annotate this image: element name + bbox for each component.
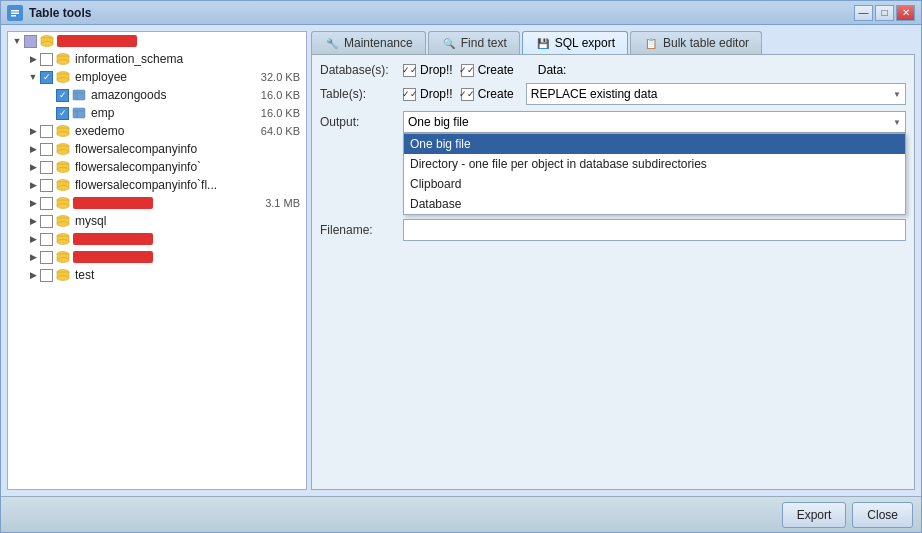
expander-emp bbox=[42, 106, 56, 120]
expander-redacted3[interactable]: ▶ bbox=[26, 232, 40, 246]
titlebar: Table tools — □ ✕ bbox=[1, 1, 921, 25]
tree-label-redacted4 bbox=[73, 251, 153, 263]
tree-item-info-schema[interactable]: ▶ information_schema bbox=[8, 50, 306, 68]
export-button[interactable]: Export bbox=[782, 502, 847, 528]
tree-item-flowersale1[interactable]: ▶ flowersalecompanyinfo bbox=[8, 140, 306, 158]
tbl-drop-checkbox[interactable]: ✓ bbox=[403, 88, 416, 101]
checkbox-flowersale1[interactable] bbox=[40, 143, 53, 156]
db-icon-info-schema bbox=[55, 51, 71, 67]
tab-maintenance-label: Maintenance bbox=[344, 36, 413, 50]
tab-sqlexport[interactable]: SQL export bbox=[522, 31, 628, 54]
tree-item-exedemo[interactable]: ▶ exedemo 64.0 KB bbox=[8, 122, 306, 140]
tbl-create-group: ✓ Create bbox=[461, 87, 514, 101]
db-drop-group: ✓ Drop!! bbox=[403, 63, 453, 77]
svg-rect-2 bbox=[11, 12, 19, 14]
tree-item-test[interactable]: ▶ test bbox=[8, 266, 306, 284]
svg-rect-13 bbox=[73, 90, 85, 100]
tree-item-flowersale3[interactable]: ▶ flowersalecompanyinfo`fl... bbox=[8, 176, 306, 194]
db-drop-label: Drop!! bbox=[420, 63, 453, 77]
checkbox-flowersale2[interactable] bbox=[40, 161, 53, 174]
tree-item-redacted4[interactable]: ▶ bbox=[8, 248, 306, 266]
expander-redacted2[interactable]: ▶ bbox=[26, 196, 40, 210]
export-label: Export bbox=[797, 508, 832, 522]
tree-label-flowersale3: flowersalecompanyinfo`fl... bbox=[73, 178, 217, 192]
db-drop-checkbox[interactable]: ✓ bbox=[403, 64, 416, 77]
tree-label-root bbox=[57, 35, 137, 47]
tree-label-redacted2 bbox=[73, 197, 153, 209]
db-icon-redacted4 bbox=[55, 249, 71, 265]
checkbox-exedemo[interactable] bbox=[40, 125, 53, 138]
tbl-drop-label: Drop!! bbox=[420, 87, 453, 101]
data-select[interactable]: REPLACE existing data ▼ bbox=[526, 83, 906, 105]
expander-mysql[interactable]: ▶ bbox=[26, 214, 40, 228]
db-icon-test bbox=[55, 267, 71, 283]
checkbox-root[interactable] bbox=[24, 35, 37, 48]
close-label: Close bbox=[867, 508, 898, 522]
close-window-button[interactable]: ✕ bbox=[896, 5, 915, 21]
filename-input[interactable] bbox=[403, 219, 906, 241]
expander-exedemo[interactable]: ▶ bbox=[26, 124, 40, 138]
main-window: Table tools — □ ✕ ▼ bbox=[0, 0, 922, 533]
checkbox-redacted2[interactable] bbox=[40, 197, 53, 210]
tree-item-emp[interactable]: ✓ emp 16.0 KB bbox=[8, 104, 306, 122]
tree-item-amazongoods[interactable]: ✓ amazongoods 16.0 KB bbox=[8, 86, 306, 104]
checkbox-amazongoods[interactable]: ✓ bbox=[56, 89, 69, 102]
tree-label-flowersale1: flowersalecompanyinfo bbox=[73, 142, 197, 156]
expander-info-schema[interactable]: ▶ bbox=[26, 52, 40, 66]
output-option-bigfile[interactable]: One big file bbox=[404, 134, 905, 154]
tree-item-mysql[interactable]: ▶ mysql bbox=[8, 212, 306, 230]
databases-row: Database(s): ✓ Drop!! ✓ Create Data: bbox=[320, 63, 906, 77]
expander-redacted4[interactable]: ▶ bbox=[26, 250, 40, 264]
close-button[interactable]: Close bbox=[852, 502, 913, 528]
svg-rect-16 bbox=[73, 108, 85, 118]
expander-flowersale2[interactable]: ▶ bbox=[26, 160, 40, 174]
svg-point-45 bbox=[57, 276, 69, 281]
tree-size-emp: 16.0 KB bbox=[261, 107, 306, 119]
checkbox-employee[interactable]: ✓ bbox=[40, 71, 53, 84]
maximize-button[interactable]: □ bbox=[875, 5, 894, 21]
db-create-checkbox[interactable]: ✓ bbox=[461, 64, 474, 77]
output-select[interactable]: One big file ▼ bbox=[403, 111, 906, 133]
expander-test[interactable]: ▶ bbox=[26, 268, 40, 282]
svg-point-21 bbox=[57, 132, 69, 137]
tab-bulkeditor-label: Bulk table editor bbox=[663, 36, 749, 50]
checkbox-info-schema[interactable] bbox=[40, 53, 53, 66]
tbl-create-checkbox[interactable]: ✓ bbox=[461, 88, 474, 101]
tree-label-exedemo: exedemo bbox=[73, 124, 124, 138]
tree-item-flowersale2[interactable]: ▶ flowersalecompanyinfo` bbox=[8, 158, 306, 176]
tree-item-root[interactable]: ▼ bbox=[8, 32, 306, 50]
output-option-database[interactable]: Database bbox=[404, 194, 905, 214]
output-select-arrow: ▼ bbox=[893, 118, 901, 127]
tree-item-employee[interactable]: ▼ ✓ employee 32.0 KB bbox=[8, 68, 306, 86]
data-select-arrow: ▼ bbox=[893, 90, 901, 99]
checkbox-test[interactable] bbox=[40, 269, 53, 282]
titlebar-left: Table tools bbox=[7, 5, 91, 21]
minimize-button[interactable]: — bbox=[854, 5, 873, 21]
tree-label-flowersale2: flowersalecompanyinfo` bbox=[73, 160, 201, 174]
output-option-directory[interactable]: Directory - one file per object in datab… bbox=[404, 154, 905, 174]
expander-flowersale1[interactable]: ▶ bbox=[26, 142, 40, 156]
checkbox-emp[interactable]: ✓ bbox=[56, 107, 69, 120]
tree-item-redacted2[interactable]: ▶ 3.1 MB bbox=[8, 194, 306, 212]
tab-findtext[interactable]: Find text bbox=[428, 31, 520, 54]
expander-root[interactable]: ▼ bbox=[10, 34, 24, 48]
tree-item-redacted3[interactable]: ▶ bbox=[8, 230, 306, 248]
tables-label: Table(s): bbox=[320, 87, 395, 101]
table-icon-emp bbox=[71, 105, 87, 121]
expander-flowersale3[interactable]: ▶ bbox=[26, 178, 40, 192]
tab-bulkeditor[interactable]: Bulk table editor bbox=[630, 31, 762, 54]
right-panel: Maintenance Find text SQL export Bulk ta… bbox=[311, 31, 915, 490]
output-option-clipboard[interactable]: Clipboard bbox=[404, 174, 905, 194]
expander-employee[interactable]: ▼ bbox=[26, 70, 40, 84]
app-icon bbox=[7, 5, 23, 21]
tree-size-redacted2: 3.1 MB bbox=[265, 197, 306, 209]
tab-maintenance[interactable]: Maintenance bbox=[311, 31, 426, 54]
findtext-icon bbox=[441, 37, 457, 49]
checkbox-flowersale3[interactable] bbox=[40, 179, 53, 192]
db-icon-redacted2 bbox=[55, 195, 71, 211]
databases-label: Database(s): bbox=[320, 63, 395, 77]
svg-point-30 bbox=[57, 186, 69, 191]
checkbox-redacted4[interactable] bbox=[40, 251, 53, 264]
checkbox-mysql[interactable] bbox=[40, 215, 53, 228]
checkbox-redacted3[interactable] bbox=[40, 233, 53, 246]
